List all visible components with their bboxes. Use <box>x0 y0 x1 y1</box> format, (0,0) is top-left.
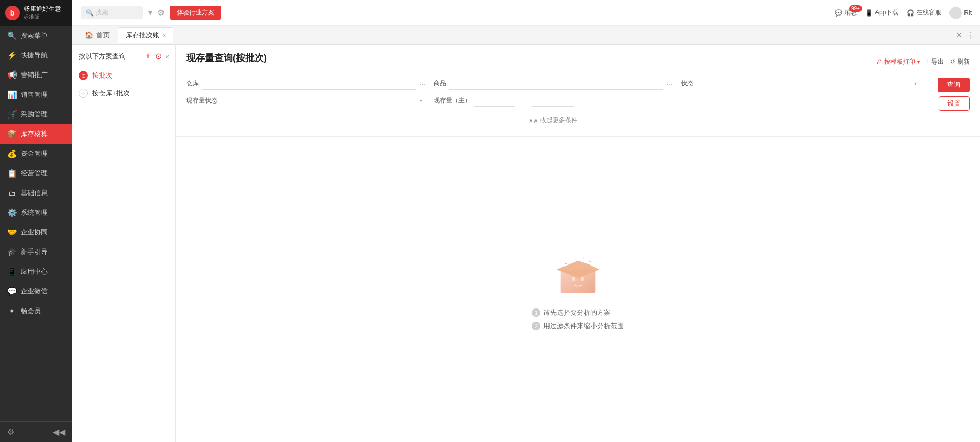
inventory-qty-max[interactable] <box>532 95 574 107</box>
sidebar-label-wechat: 企业微信 <box>21 287 48 296</box>
inventory-qty-min[interactable] <box>474 95 515 107</box>
filter-row-1: 仓库 ··· 商品 ··· <box>186 78 920 90</box>
online-service-area[interactable]: 🎧 在线客服 <box>907 8 941 17</box>
sidebar-item-finance[interactable]: 💰 资金管理 <box>0 144 72 164</box>
panel-expand-icon[interactable]: ⋮ <box>967 30 975 40</box>
sidebar-label-operations: 经营管理 <box>21 169 48 178</box>
plan-icon-warehouse: ○ <box>79 89 88 98</box>
status-select[interactable]: ▾ <box>696 79 920 89</box>
left-panel-actions: ＋ ⊙ « <box>144 51 169 62</box>
tabsbar: 🏠 首页 库存批次账 × ✕ ⋮ <box>72 26 980 45</box>
main-area: 🔍 搜索 ▾ ⚙ 体验行业方案 💬 消息 99+ 📱 App下载 🎧 在线客服 … <box>72 0 980 442</box>
user-name: Rit <box>964 9 972 17</box>
sidebar-item-vip[interactable]: ✦ 畅会员 <box>0 301 72 321</box>
sidebar-nav: 🔍 搜索菜单 ⚡ 快捷导航 📢 营销推广 📊 销售管理 🛒 采购管理 📦 库存核… <box>0 26 72 421</box>
sidebar-item-appstore[interactable]: 📱 应用中心 <box>0 262 72 282</box>
service-icon: 🎧 <box>907 9 914 17</box>
sidebar-footer: ⚙ ◀◀ <box>0 421 72 442</box>
product-input[interactable] <box>449 78 663 90</box>
warehouse-input[interactable] <box>202 78 416 90</box>
avatar <box>949 7 962 19</box>
panel-close-icon[interactable]: ✕ <box>956 30 962 40</box>
inventory-status-arrow: ▾ <box>420 98 422 104</box>
sidebar-item-operations[interactable]: 📋 经营管理 <box>0 164 72 183</box>
search-icon-topbar: 🔍 <box>86 9 94 17</box>
inventory-status-select[interactable]: ▾ <box>220 96 425 106</box>
tab-close-icon[interactable]: × <box>162 32 166 38</box>
print-button[interactable]: 🖨 按模板打印 ▾ <box>876 57 920 66</box>
sidebar-item-quicknav[interactable]: ⚡ 快捷导航 <box>0 46 72 65</box>
tab-inventory-batch-label: 库存批次账 <box>126 31 159 40</box>
sidebar-label-newguide: 新手引导 <box>21 247 48 257</box>
filter-row-2: 现存量状态 ▾ 现存量（主） — <box>186 95 920 107</box>
svg-text:✦: ✦ <box>589 260 592 263</box>
add-plan-icon[interactable]: ＋ <box>144 51 152 62</box>
tab-home[interactable]: 🏠 首页 <box>78 27 117 43</box>
sidebar-label-quicknav: 快捷导航 <box>21 51 48 60</box>
sidebar-label-marketing: 营销推广 <box>21 70 48 80</box>
settings-plan-icon[interactable]: ⊙ <box>155 51 162 61</box>
product-label: 商品 <box>434 79 446 88</box>
sidebar-header: b 畅康通好生意 标准版 <box>0 0 72 26</box>
inventory-status-label: 现存量状态 <box>186 96 217 105</box>
empty-tip-2: 2 用过滤条件来缩小分析范围 <box>532 321 624 331</box>
inventory-qty-field: 现存量（主） — <box>434 95 673 107</box>
operations-icon: 📋 <box>7 169 17 178</box>
warehouse-dots[interactable]: ··· <box>419 80 425 88</box>
sidebar-logo: b <box>5 6 20 20</box>
product-field: 商品 ··· <box>434 78 673 90</box>
edition-label: 标准版 <box>24 13 61 21</box>
sidebar-label-sales: 销售管理 <box>21 90 48 99</box>
sidebar-item-base[interactable]: 🗂 基础信息 <box>0 183 72 203</box>
topbar: 🔍 搜索 ▾ ⚙ 体验行业方案 💬 消息 99+ 📱 App下载 🎧 在线客服 … <box>72 0 980 26</box>
sidebar-item-search[interactable]: 🔍 搜索菜单 <box>0 26 72 46</box>
sidebar-item-wechat[interactable]: 💬 企业微信 <box>0 282 72 301</box>
tab-inventory-batch[interactable]: 库存批次账 × <box>118 27 173 43</box>
topbar-search[interactable]: 🔍 搜索 <box>81 6 143 19</box>
warehouse-field: 仓库 ··· <box>186 78 425 90</box>
sidebar-item-inventory[interactable]: 📦 库存核算 <box>0 124 72 144</box>
refresh-button[interactable]: ↺ 刷新 <box>950 57 970 66</box>
empty-tips: 1 请先选择要分析的方案 2 用过滤条件来缩小分析范围 <box>532 308 624 331</box>
plan-item-warehouse-batch[interactable]: ○ 按仓库+批次 <box>72 84 175 102</box>
sidebar-item-sales[interactable]: 📊 销售管理 <box>0 85 72 105</box>
filter-area: 现存量查询(按批次) 🖨 按模板打印 ▾ ↑ 导出 ↺ <box>176 45 980 137</box>
purchase-icon: 🛒 <box>7 110 17 119</box>
empty-illustration: ✦ ✦ ✦ <box>552 248 604 300</box>
export-icon: ↑ <box>926 58 929 65</box>
topbar-dropdown-icon[interactable]: ▾ <box>148 8 152 18</box>
query-button[interactable]: 查询 <box>938 78 970 92</box>
user-area[interactable]: Rit <box>949 7 972 19</box>
sidebar-item-newguide[interactable]: 🎓 新手引导 <box>0 242 72 262</box>
dash: — <box>518 97 529 105</box>
message-icon: 💬 <box>835 9 842 17</box>
sidebar-item-marketing[interactable]: 📢 营销推广 <box>0 65 72 85</box>
collapse-panel-icon[interactable]: « <box>165 52 169 61</box>
tabs-right: ✕ ⋮ <box>956 30 975 40</box>
print-arrow: ▾ <box>917 59 920 65</box>
collapse-sidebar-icon[interactable]: ◀◀ <box>53 427 65 437</box>
wechat-icon: 💬 <box>7 287 17 296</box>
message-badge-area[interactable]: 💬 消息 99+ <box>835 8 857 17</box>
settings-footer-icon[interactable]: ⚙ <box>7 427 14 437</box>
status-field: 状态 ▾ <box>681 79 920 89</box>
topbar-settings-icon[interactable]: ⚙ <box>157 8 165 18</box>
export-button[interactable]: ↑ 导出 <box>926 57 944 66</box>
sidebar-item-system[interactable]: ⚙️ 系统管理 <box>0 203 72 223</box>
app-download-area[interactable]: 📱 App下载 <box>865 8 898 17</box>
experience-button[interactable]: 体验行业方案 <box>170 6 221 20</box>
inventory-icon: 📦 <box>7 129 17 139</box>
left-panel-header: 按以下方案查询 ＋ ⊙ « <box>72 51 175 67</box>
topbar-right: 💬 消息 99+ 📱 App下载 🎧 在线客服 Rit <box>835 7 972 19</box>
plan-item-batch[interactable]: ⊙ 按批次 <box>72 67 175 84</box>
plan-icon-batch: ⊙ <box>79 71 88 80</box>
collapse-btn[interactable]: ∧∧ 收起更多条件 <box>186 112 920 129</box>
sidebar-label-system: 系统管理 <box>21 208 48 217</box>
product-dots[interactable]: ··· <box>666 80 673 88</box>
setting-button[interactable]: 设置 <box>939 96 970 111</box>
inventory-status-field: 现存量状态 ▾ <box>186 96 425 106</box>
sidebar-item-corp[interactable]: 🤝 企业协同 <box>0 223 72 242</box>
online-service-label: 在线客服 <box>916 8 941 17</box>
finance-icon: 💰 <box>7 149 17 158</box>
sidebar-item-purchase[interactable]: 🛒 采购管理 <box>0 105 72 124</box>
